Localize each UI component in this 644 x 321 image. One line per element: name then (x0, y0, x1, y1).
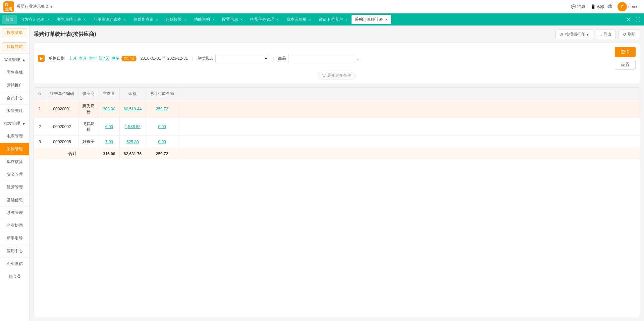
sidebar-item-电商管理[interactable]: 电商管理 (0, 130, 29, 143)
date-shortcut-more[interactable]: 更多 (111, 56, 119, 61)
table-row: 3 00020005 好孩子 7.00 525.80 0.00 (34, 136, 640, 148)
tab-label: 邀请下游客户 (319, 17, 343, 22)
date-shortcut-last-month[interactable]: 上月 (69, 56, 77, 61)
maximize-window-button[interactable]: ⛶ (634, 15, 642, 23)
print-button[interactable]: 🖨 按模板打印 ▾ (555, 30, 593, 39)
export-button[interactable]: ↓ 导出 (596, 30, 616, 39)
close-icon[interactable]: ✕ (156, 18, 158, 21)
tab-拣货任务管理[interactable]: 拣货任务管理 ✕ (247, 15, 282, 24)
date-shortcut-7days[interactable]: 近7天 (99, 56, 109, 61)
status-filter-group: 单据状态 (197, 54, 269, 63)
top-bar: 好生意 母婴行业演示账套 ▾ 💬 消息 📱 App下载 E demo2 (0, 0, 644, 13)
more-filter-button[interactable]: ... (357, 56, 361, 61)
refresh-button[interactable]: ↺ 刷新 (619, 30, 640, 39)
expand-more-button[interactable]: ⋁ 展开更多条件 (318, 72, 356, 79)
tab-要货单统计表[interactable]: 要货单统计表 ✕ (54, 15, 89, 24)
sidebar-item-企业微信[interactable]: 企业微信 (0, 258, 29, 270)
sidebar-item-营销推广[interactable]: 营销推广 (0, 79, 29, 92)
th-amount: 金额 (119, 88, 146, 100)
sidebar-item-系统管理[interactable]: 系统管理 (0, 207, 29, 219)
td-paid: 0.00 (146, 136, 178, 148)
tab-label: 超储预警 (166, 17, 182, 22)
close-icon[interactable]: ✕ (276, 18, 279, 21)
td-supplier: 好孩子 (78, 136, 99, 148)
tab-home[interactable]: 首页 (2, 15, 17, 24)
amount-link[interactable]: 525.80 (126, 140, 139, 144)
sidebar-item-库存核算[interactable]: 库存核算 (0, 156, 29, 168)
sidebar-item-零售管理[interactable]: 零售管理 ▲ (0, 54, 29, 66)
td-amount: 60,519.44 (119, 100, 146, 118)
goods-input[interactable] (288, 54, 355, 63)
breadcrumb-arrow: ▾ (50, 4, 52, 9)
sidebar-item-会员中心[interactable]: 会员中心 (0, 92, 29, 105)
tab-保质期查询[interactable]: 保质期查询 ✕ (130, 15, 162, 24)
close-icon[interactable]: ✕ (123, 18, 126, 21)
close-icon[interactable]: ✕ (309, 18, 311, 21)
custom-date-tag[interactable]: 自定义 (121, 56, 137, 61)
tab-超储预警[interactable]: 超储预警 ✕ (162, 15, 190, 24)
sidebar-item-基础信息[interactable]: 基础信息 (0, 194, 29, 207)
search-menu-button[interactable]: 搜索菜单 (2, 28, 27, 37)
sidebar-item-应用中心[interactable]: 应用中心 (0, 245, 29, 258)
close-icon[interactable]: ✕ (345, 18, 347, 21)
paid-link[interactable]: 0.00 (158, 140, 166, 144)
tab-收发存汇总表[interactable]: 收发存汇总表 ✕ (17, 15, 53, 24)
user-menu[interactable]: E demo2 (618, 2, 641, 11)
td-footer-amount: 62,631.76 (119, 148, 146, 160)
amount-link[interactable]: 60,519.44 (124, 107, 142, 111)
quick-nav-button[interactable]: 快捷导航 (2, 42, 27, 51)
close-window-button[interactable]: ✕ (625, 15, 633, 23)
qty-link[interactable]: 303.00 (103, 107, 115, 111)
sidebar-item-经营管理[interactable]: 经营管理 (0, 181, 29, 194)
app-download-button[interactable]: 📱 App下载 (591, 4, 612, 9)
setting-button[interactable]: 设置 (615, 60, 636, 70)
td-extra (178, 118, 640, 136)
refresh-icon: ↺ (623, 32, 626, 37)
tab-采购订单统计表[interactable]: 采购订单统计表 ✕ (352, 15, 391, 24)
tab-配置信息[interactable]: 配置信息 ✕ (219, 15, 246, 24)
date-shortcut-this-month[interactable]: 本月 (79, 56, 87, 61)
close-icon[interactable]: ✕ (184, 18, 186, 21)
qty-link[interactable]: 7.00 (105, 140, 113, 144)
paid-link[interactable]: 259.72 (156, 107, 168, 111)
tab-功能说明[interactable]: 功能说明 ✕ (191, 15, 218, 24)
paid-link[interactable]: 0.00 (158, 124, 166, 129)
amount-link[interactable]: 1,586.52 (125, 124, 141, 129)
qty-link[interactable]: 6.00 (105, 124, 113, 129)
td-amount: 1,586.52 (119, 118, 146, 136)
tab-成本调整单[interactable]: 成本调整单 ✕ (283, 15, 315, 24)
sidebar-item-企业协同[interactable]: 企业协同 (0, 219, 29, 232)
sidebar-item-零售商城[interactable]: 零售商城 (0, 66, 29, 79)
expand-row: ⋁ 展开更多条件 (38, 70, 636, 79)
message-button[interactable]: 💬 消息 (571, 4, 585, 9)
export-icon: ↓ (600, 32, 602, 37)
avatar: E (618, 2, 627, 11)
sidebar-item-畅会员[interactable]: 畅会员 (0, 270, 29, 283)
tab-label: 保质期查询 (133, 17, 154, 22)
close-icon[interactable]: ✕ (240, 18, 243, 21)
close-icon[interactable]: ✕ (212, 18, 215, 21)
tab-home-label: 首页 (5, 17, 13, 22)
sidebar-item-新手引导[interactable]: 新手引导 (0, 232, 29, 245)
column-settings-icon[interactable]: ⚙ (38, 92, 42, 96)
breadcrumb[interactable]: 母婴行业演示账套 ▾ (17, 4, 52, 9)
td-qty: 303.00 (99, 100, 120, 118)
tab-可用量库存账本[interactable]: 可用量库存账本 ✕ (90, 15, 129, 24)
sidebar-quick-nav-section: 快捷导航 (0, 40, 29, 54)
app-download-icon: 📱 (591, 4, 596, 9)
content-area: 采购订单统计表(按供应商) 🖨 按模板打印 ▾ ↓ 导出 ↺ 刷新 (30, 25, 644, 321)
date-shortcut-this-year[interactable]: 本年 (89, 56, 97, 61)
sidebar-item-label: 应用中心 (7, 248, 23, 254)
sidebar-item-采购管理[interactable]: 采购管理 (0, 143, 29, 156)
close-icon[interactable]: ✕ (385, 18, 388, 21)
status-select[interactable] (215, 54, 269, 63)
close-icon[interactable]: ✕ (47, 18, 50, 21)
sidebar-item-label: 企业微信 (7, 261, 23, 267)
close-icon[interactable]: ✕ (83, 18, 86, 21)
tab-邀请下游客户[interactable]: 邀请下游客户 ✕ (315, 15, 351, 24)
sidebar-item-零售统计[interactable]: 零售统计 (0, 105, 29, 117)
sidebar-item-批发管理[interactable]: 批发管理 ▼ (0, 117, 29, 130)
query-button[interactable]: 查询 (615, 47, 636, 57)
sidebar-item-资金管理[interactable]: 资金管理 (0, 168, 29, 181)
filter-toggle-button[interactable]: ▶ (38, 55, 45, 62)
